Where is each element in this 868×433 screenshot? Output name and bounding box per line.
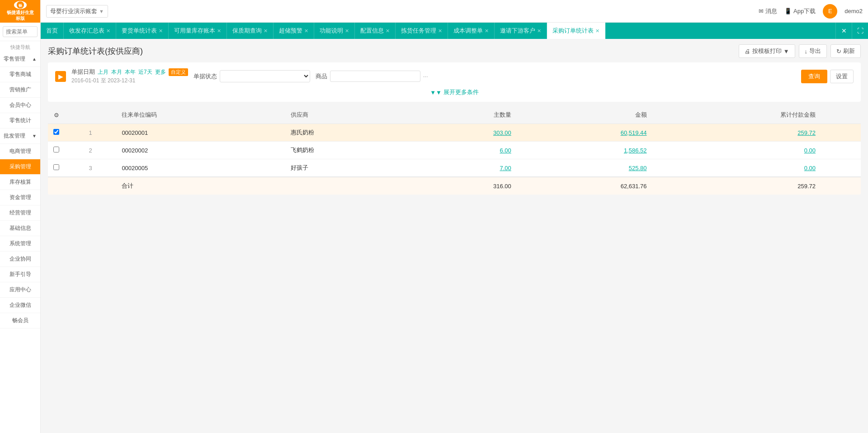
tab-bar: 首页 收发存汇总表 ✕ 要货单统计表 ✕ 可用量库存账本 ✕ 保质期查询 ✕ 超… (41, 23, 868, 39)
tab-invite-downstream[interactable]: 邀请下游客户 ✕ (495, 23, 547, 39)
sidebar-item-marketing[interactable]: 营销推广 (0, 82, 40, 98)
sidebar-item-retail-shop[interactable]: 零售商城 (0, 67, 40, 82)
col-settings[interactable]: ⚙ (48, 106, 65, 124)
search-input[interactable] (3, 26, 38, 37)
row-amount[interactable]: 1,586.52 (517, 142, 652, 159)
sidebar-item-ops-manage[interactable]: 经营管理 (0, 205, 40, 221)
search-area (0, 23, 40, 41)
row-seq: 2 (65, 142, 116, 159)
tab-close-icon[interactable]: ✕ (304, 28, 308, 34)
avatar[interactable]: E (823, 4, 837, 19)
sidebar-item-system[interactable]: 系统管理 (0, 236, 40, 252)
tab-close-icon[interactable]: ✕ (537, 28, 541, 34)
sidebar-item-enterprise-wechat[interactable]: 企业微信 (0, 298, 40, 313)
date-shortcut-this-month[interactable]: 本月 (111, 68, 122, 76)
tab-bar-actions: ✕ ⛶ (835, 23, 868, 39)
workspace-selector[interactable]: 母婴行业演示账套 ▼ (46, 5, 108, 18)
export-button[interactable]: ↓ 导出 (799, 44, 827, 58)
tab-label: 成本调整单 (453, 27, 483, 35)
sidebar-item-app-center[interactable]: 应用中心 (0, 282, 40, 298)
expand-filter-btn[interactable]: ▼▼ 展开更多条件 (430, 88, 479, 96)
sidebar-item-member[interactable]: 畅会员 (0, 313, 40, 328)
date-shortcut-last-month[interactable]: 上月 (98, 68, 108, 76)
expand-tab-btn[interactable]: ⛶ (852, 23, 868, 39)
tab-close-icon[interactable]: ✕ (217, 28, 221, 34)
tab-close-icon[interactable]: ✕ (345, 28, 349, 34)
row-main-qty[interactable]: 6.00 (411, 142, 517, 159)
sidebar-item-label: 会员中心 (9, 101, 31, 109)
sidebar-item-new-guide[interactable]: 新手引导 (0, 267, 40, 282)
sidebar-item-retail-manage[interactable]: 零售管理 ▲ (0, 52, 40, 67)
close-tab-btn[interactable]: ✕ (835, 23, 852, 39)
row-amount[interactable]: 60,519.44 (517, 124, 652, 142)
sidebar-item-finance[interactable]: 资金管理 (0, 190, 40, 205)
tab-order-stats[interactable]: 要货单统计表 ✕ (116, 23, 169, 39)
tab-receive-pay[interactable]: 收发存汇总表 ✕ (64, 23, 116, 39)
tab-config-info[interactable]: 配置信息 ✕ (355, 23, 396, 39)
row-checkbox[interactable] (48, 159, 65, 177)
sidebar-item-inventory[interactable]: 库存核算 (0, 175, 40, 190)
date-shortcut-more[interactable]: 更多 (155, 68, 166, 76)
date-filter: 单据日期 上月 本月 本年 近7天 更多 自定义 2016-01-01 至 20… (71, 68, 188, 85)
tab-close-icon[interactable]: ✕ (386, 28, 390, 34)
table-row[interactable]: 2 00020002 飞鹤奶粉 6.00 1,586.52 0.00 (48, 142, 861, 159)
message-icon: ✉ (759, 8, 764, 14)
user-name[interactable]: demo2 (844, 8, 863, 14)
sidebar-item-basic-info[interactable]: 基础信息 (0, 221, 40, 236)
query-button[interactable]: 查询 (801, 70, 827, 83)
status-select[interactable] (220, 70, 310, 82)
sidebar-item-purchase-manage[interactable]: 采购管理 (0, 159, 40, 175)
date-shortcut-7days[interactable]: 近7天 (138, 68, 152, 76)
date-range: 2016-01-01 至 2023-12-31 (71, 77, 188, 85)
sidebar-item-wholesale-manage[interactable]: 批发管理 ▼ (0, 128, 40, 144)
date-start: 2016-01-01 (71, 77, 99, 84)
row-checkbox[interactable] (48, 124, 65, 142)
sidebar: 畅 畅捷通好生意 标版 快捷导航 零售管理 ▲ 零售商城 营销推广 会员中心 零… (0, 0, 41, 433)
goods-input[interactable] (330, 71, 420, 82)
tab-expiry-query[interactable]: 保质期查询 ✕ (227, 23, 274, 39)
tab-close-icon[interactable]: ✕ (159, 28, 163, 34)
status-filter: 单据状态 (193, 70, 310, 82)
row-main-qty[interactable]: 7.00 (411, 159, 517, 177)
more-icon[interactable]: ··· (423, 73, 428, 80)
sidebar-item-retail-stats[interactable]: 零售统计 (0, 113, 40, 128)
app-download-btn[interactable]: 📱 App下载 (784, 7, 816, 15)
row-checkbox[interactable] (48, 142, 65, 159)
date-shortcut-this-year[interactable]: 本年 (125, 68, 136, 76)
refresh-button[interactable]: ↻ 刷新 (830, 44, 861, 58)
tab-func-desc[interactable]: 功能说明 ✕ (314, 23, 355, 39)
sidebar-item-label: 应用中心 (9, 286, 31, 294)
table-row[interactable]: 1 00020001 惠氏奶粉 303.00 60,519.44 259.72 (48, 124, 861, 142)
row-main-qty[interactable]: 303.00 (411, 124, 517, 142)
tab-close-icon[interactable]: ✕ (438, 28, 442, 34)
tab-label: 采购订单统计表 (552, 27, 594, 35)
sidebar-item-enterprise-collab[interactable]: 企业协同 (0, 252, 40, 267)
tab-close-icon[interactable]: ✕ (485, 28, 489, 34)
data-table: ⚙ 往来单位编码 供应商 主数量 金额 累计付款金额 1 00020001 惠氏… (48, 106, 861, 195)
tab-home[interactable]: 首页 (41, 23, 64, 39)
row-supplier: 好孩子 (285, 159, 411, 177)
row-paid-amount[interactable]: 0.00 (652, 159, 821, 177)
filter-area: ▶ 单据日期 上月 本月 本年 近7天 更多 自定义 2016-01-01 至 (48, 62, 861, 102)
row-paid-amount[interactable]: 0.00 (652, 142, 821, 159)
tab-cost-adjust[interactable]: 成本调整单 ✕ (448, 23, 495, 39)
tab-close-icon[interactable]: ✕ (106, 28, 110, 34)
sidebar-item-member-center[interactable]: 会员中心 (0, 98, 40, 113)
sidebar-item-label: 采购管理 (9, 163, 31, 171)
row-amount[interactable]: 525.80 (517, 159, 652, 177)
row-paid-amount[interactable]: 259.72 (652, 124, 821, 142)
tab-inventory-ledger[interactable]: 可用量库存账本 ✕ (169, 23, 227, 39)
filter-toggle-btn[interactable]: ▶ (55, 71, 66, 82)
tab-close-icon[interactable]: ✕ (264, 28, 268, 34)
tab-pick-task[interactable]: 拣货任务管理 ✕ (396, 23, 448, 39)
message-btn[interactable]: ✉ 消息 (759, 7, 777, 15)
settings-button[interactable]: 设置 (830, 70, 854, 83)
sidebar-item-label: 电商管理 (9, 148, 31, 155)
print-button[interactable]: 🖨 按模板打印 ▼ (739, 44, 795, 58)
sidebar-item-ecommerce[interactable]: 电商管理 (0, 144, 40, 159)
tab-close-icon[interactable]: ✕ (595, 28, 599, 34)
tab-purchase-order-stats[interactable]: 采购订单统计表 ✕ (547, 23, 605, 39)
table-row[interactable]: 3 00020005 好孩子 7.00 525.80 0.00 (48, 159, 861, 177)
tab-overstock[interactable]: 超储预警 ✕ (274, 23, 314, 39)
sidebar-item-label: 资金管理 (9, 194, 31, 201)
